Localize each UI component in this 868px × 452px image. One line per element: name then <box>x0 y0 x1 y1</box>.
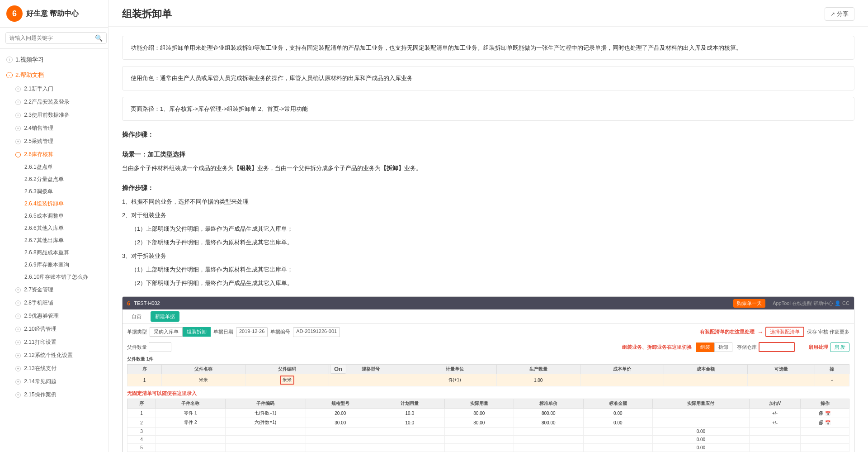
lcol-code: 子件编码 <box>225 399 306 409</box>
col-code: 父件编码 <box>245 365 329 374</box>
lower-row-5: 5 0.00 <box>127 444 849 452</box>
sidebar-item-inventory-266[interactable]: 2.6.6其他入库单 <box>5 222 108 234</box>
step2a: （1）上部明细为父件明细，最终作为产成品生成其它入库单； <box>131 223 854 235</box>
lcell-code-1: 七(件数=1) <box>225 409 306 418</box>
toggle-disassembly[interactable]: 拆卸 <box>714 343 732 352</box>
ann3-container: 启用处理 启 发 <box>808 343 849 352</box>
lower-row-2: 2 零件 2 六(件数=1) 30.00 10.0 80.00 800.00 0… <box>127 418 849 428</box>
nav-section-title-docs[interactable]: - 2.帮助文档 <box>0 68 108 82</box>
sidebar-item-inventory-261[interactable]: 2.6.1盘点单 <box>5 161 108 173</box>
sidebar-item-newbie[interactable]: + 2.1新手入门 <box>0 82 108 95</box>
upper-table-title: 父件数量 1件 <box>127 356 849 362</box>
step2b: （2）下部明细为子件明细，最终作为原材料生成其它出库单。 <box>131 237 854 248</box>
form-type-label: 单据类型 <box>127 328 147 335</box>
code-input-1[interactable]: 米米 <box>280 376 294 385</box>
sidebar-item-purchase[interactable]: + 2.5采购管理 <box>0 135 108 148</box>
lcell-cost-1: 800.00 <box>514 409 584 418</box>
info-func-content: 功能介绍：组装拆卸单用来处理企业组装或拆卸等加工业务，支持有固定装配清单的产品加… <box>131 44 742 51</box>
sidebar-item-install[interactable]: + 2.2产品安装及登录 <box>0 95 108 109</box>
expand-icon-newbie: + <box>15 86 21 92</box>
lcell-seq-4: 4 <box>127 436 156 444</box>
warehouse-input[interactable] <box>759 342 795 352</box>
col-unit: 计量单位 <box>413 365 496 374</box>
sidebar-item-print[interactable]: + 2.11打印设置 <box>0 336 108 349</box>
col-avail: 可选量 <box>747 365 815 374</box>
sidebar-item-faq[interactable]: + 2.14常见问题 <box>0 375 108 388</box>
expand-icon-install: + <box>15 100 21 105</box>
sidebar-label-data: 2.3使用前数据准备 <box>24 112 70 118</box>
sim-nav: 自贡 新建单据 <box>123 309 854 324</box>
nav-section-video: + 1.视频学习 <box>0 52 108 67</box>
share-icon: ↗ <box>830 11 835 17</box>
form-actions: 保存 审核 作废更多 <box>807 328 849 335</box>
sidebar-item-inventory-264[interactable]: 2.6.4组装拆卸单 <box>5 198 108 210</box>
sidebar-item-inventory-263[interactable]: 2.6.3调拨单 <box>5 186 108 198</box>
cell-avail-1 <box>747 374 815 386</box>
lower-row-4: 4 0.00 <box>127 436 849 444</box>
processing-type-row: 单据类型 采购入库单 组装拆卸 单据日期 2019-12-26 单据编号 AD-… <box>127 327 340 337</box>
lcell-seq-1: 1 <box>127 409 156 418</box>
sidebar-item-mobile[interactable]: + 2.8手机旺铺 <box>0 296 108 309</box>
upper-table: 序 父件名称 父件编码 规格型号 计量单位 生产数量 成本单价 成本金额 可选量… <box>127 364 849 386</box>
lcol-cost: 标准单价 <box>514 399 584 409</box>
sidebar-item-cases[interactable]: + 2.15操作案例 <box>0 388 108 401</box>
sim-new-btn[interactable]: 购票单一天 <box>733 299 765 308</box>
lcell-real-2 <box>653 418 750 428</box>
sidebar-item-inventory-269[interactable]: 2.6.9库存账本查询 <box>5 259 108 271</box>
seg-btn-assembly[interactable]: 组装拆卸 <box>183 327 211 337</box>
seg-btn-purchase[interactable]: 采购入库单 <box>150 327 183 337</box>
sidebar-item-inventory-265[interactable]: 2.6.5成本调整单 <box>5 210 108 222</box>
sidebar-item-inventory[interactable]: - 2.6库存核算 <box>0 148 108 161</box>
expand-icon-sales: + <box>15 126 21 131</box>
expand-icon-video: + <box>6 57 13 63</box>
toggle-assembly[interactable]: 组装 <box>696 343 714 352</box>
lcell-seq-3: 3 <box>127 428 156 436</box>
sidebar-label-purchase: 2.5采购管理 <box>24 138 53 144</box>
sidebar-item-data[interactable]: + 2.3使用前数据准备 <box>0 109 108 122</box>
nav-section-title-video[interactable]: + 1.视频学习 <box>0 52 108 67</box>
enable-btn[interactable]: 启 发 <box>830 343 849 352</box>
sim-company: TEST-H002 <box>134 300 160 306</box>
sidebar-item-coupon[interactable]: + 2.9优惠券管理 <box>0 309 108 323</box>
cell-unit-1: 件(+1) <box>413 374 496 386</box>
sidebar-item-sales[interactable]: + 2.4销售管理 <box>0 122 108 135</box>
sidebar-label-print: 2.11打印设置 <box>24 339 56 345</box>
page-title: 组装拆卸单 <box>122 7 172 21</box>
ann1-container: 有装配清单的在这里处理 → 选择装配清单 保存 审核 作废更多 <box>700 327 849 337</box>
sidebar-item-inventory-268[interactable]: 2.6.8商品成本重算 <box>5 247 108 259</box>
step3b: （2）下部明细为子件明细，最终作为产成品生成其它入库单。 <box>131 277 854 289</box>
search-button[interactable]: 🔍 <box>95 34 103 42</box>
lcell-unit-1: 10.0 <box>375 409 445 418</box>
lcell-spec-2: 30.00 <box>306 418 375 428</box>
steps-title: 操作步骤： <box>122 181 854 194</box>
sidebar-item-inventory-267[interactable]: 2.6.7其他出库单 <box>5 234 108 247</box>
sidebar-item-ops[interactable]: + 2.10经营管理 <box>0 323 108 336</box>
sidebar-label-coupon: 2.9优惠券管理 <box>24 313 59 319</box>
info-path-content: 页面路径：1、库存核算->库存管理->组装拆卸单 2、首页->常用功能 <box>131 105 308 112</box>
sim-tab-new[interactable]: 新建单据 <box>151 311 179 322</box>
form-date[interactable]: 2019-12-26 <box>236 327 268 337</box>
search-input[interactable] <box>5 32 107 44</box>
sidebar-item-finance[interactable]: + 2.7资金管理 <box>0 283 108 296</box>
cell-name-1: 米米 <box>162 374 245 386</box>
share-button[interactable]: ↗ 分享 <box>825 7 854 21</box>
cell-op-1: + <box>815 374 849 386</box>
sidebar-item-inventory-2610[interactable]: 2.6.10库存账本错了怎么办 <box>5 271 108 283</box>
col-seq: 序 <box>127 365 162 374</box>
expand-icon-faq: + <box>15 379 21 385</box>
sim-icons: AppTool 在线提醒 帮助中心 👤 CC <box>773 300 849 307</box>
expand-icon-data: + <box>15 113 21 118</box>
cell-code-1: 米米 <box>245 374 329 386</box>
sidebar-label-ops: 2.10经营管理 <box>24 326 56 332</box>
sim-tab-home[interactable]: 自贡 <box>127 311 146 322</box>
form-label-date: 单据日期 <box>213 328 233 335</box>
expand-icon-coupon: + <box>15 314 21 319</box>
sidebar-item-custom[interactable]: + 2.12系统个性化设置 <box>0 349 108 362</box>
form-no[interactable]: AD-20191226-001 <box>293 327 340 337</box>
count-input[interactable] <box>149 342 171 352</box>
sidebar-item-inventory-262[interactable]: 2.6.2分量盘点单 <box>5 173 108 186</box>
expand-icon-online: + <box>15 366 21 371</box>
sim-topbar: 6 TEST-H002 购票单一天 AppTool 在线提醒 帮助中心 👤 CC <box>123 297 854 309</box>
sidebar-item-online[interactable]: + 2.13在线支付 <box>0 362 108 375</box>
lcol-seq: 序 <box>127 399 156 409</box>
